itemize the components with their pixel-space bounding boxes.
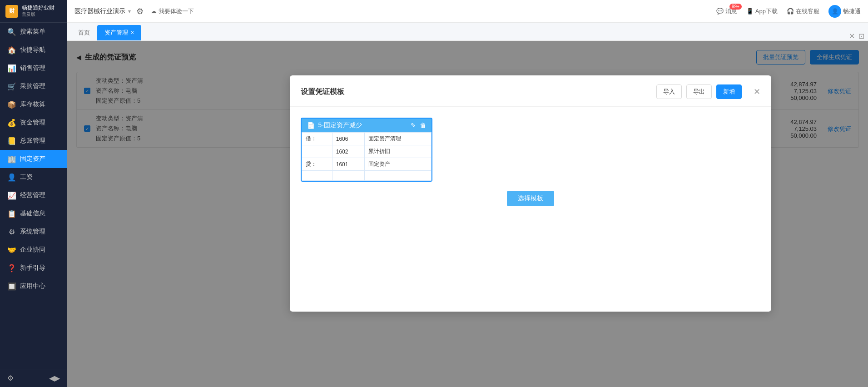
topbar-right: 💬 消息 99+ 📱 App下载 🎧 在线客服 👤 畅捷通 bbox=[716, 5, 861, 18]
template-doc-icon: 📄 bbox=[307, 122, 315, 129]
sidebar-item-quick-nav[interactable]: 🏠快捷导航 bbox=[0, 41, 67, 59]
sidebar: 财 畅捷通好业财 普及版 🔍搜索菜单🏠快捷导航📊销售管理🛒采购管理📦库存核算💰资… bbox=[0, 0, 67, 387]
sidebar-item-finance[interactable]: 💰资金管理 bbox=[0, 114, 67, 132]
sidebar-icon-app-center: 🔲 bbox=[7, 282, 16, 291]
sidebar-icon-basic-info: 📋 bbox=[7, 209, 16, 218]
select-template-btn[interactable]: 选择模板 bbox=[507, 191, 554, 206]
sidebar-icon-finance: 💰 bbox=[7, 118, 16, 127]
sidebar-item-enterprise[interactable]: 🤝企业协同 bbox=[0, 241, 67, 259]
sidebar-icon-general-ledger: 📒 bbox=[7, 136, 16, 145]
sidebar-label-app-center: 应用中心 bbox=[20, 282, 45, 290]
app-logo: 财 畅捷通好业财 普及版 bbox=[0, 0, 67, 23]
sidebar-icon-purchase: 🛒 bbox=[7, 82, 16, 91]
entry-side-1 bbox=[302, 145, 332, 158]
entry-code-0: 1606 bbox=[332, 133, 365, 145]
topbar: 医疗器械行业演示 ▾ ⚙ ☁ 我要体验一下 💬 消息 99+ 📱 App下载 🎧… bbox=[67, 0, 868, 23]
sidebar-label-guide: 新手引导 bbox=[20, 264, 45, 272]
sidebar-item-payroll[interactable]: 👤工资 bbox=[0, 168, 67, 186]
sidebar-icon-fixed-assets: 🏢 bbox=[7, 154, 16, 164]
sidebar-icon-system: ⚙ bbox=[7, 227, 16, 236]
sidebar-item-fixed-assets[interactable]: 🏢固定资产 bbox=[0, 150, 67, 168]
message-icon: 💬 bbox=[716, 8, 724, 15]
tabbar: 首页 资产管理 × ✕ ⊡ bbox=[67, 23, 868, 41]
dialog-set-template: 设置凭证模板 导入 导出 新增 ✕ 📄 5-固定资产减少 bbox=[290, 75, 771, 312]
sidebar-label-purchase: 采购管理 bbox=[20, 82, 45, 90]
sidebar-item-inventory[interactable]: 📦库存核算 bbox=[0, 95, 67, 114]
main-content: ◀ 生成的凭证预览 批量凭证预览 全部生成凭证 变动类型：资产清 资产名称：电脑… bbox=[67, 41, 868, 387]
sidebar-icon-search-menu: 🔍 bbox=[7, 27, 16, 36]
template-name: 5-固定资产减少 bbox=[318, 121, 362, 129]
import-btn[interactable]: 导入 bbox=[656, 84, 682, 99]
template-entries-table: 借：1606固定资产清理1602累计折旧贷：1601固定资产 bbox=[302, 132, 432, 181]
entry-side-2: 贷： bbox=[302, 158, 332, 171]
export-btn[interactable]: 导出 bbox=[686, 84, 712, 99]
entry-code-2: 1601 bbox=[332, 158, 365, 171]
entry-side-0: 借： bbox=[302, 133, 332, 145]
sidebar-label-sales: 销售管理 bbox=[20, 64, 45, 72]
sidebar-item-app-center[interactable]: 🔲应用中心 bbox=[0, 277, 67, 295]
entry-name-0: 固定资产清理 bbox=[365, 133, 431, 145]
collapse-icon[interactable]: ◀▶ bbox=[49, 374, 60, 382]
company-arrow-icon: ▾ bbox=[128, 8, 131, 15]
settings-icon[interactable]: ⚙ bbox=[7, 374, 14, 382]
entry-name-2: 固定资产 bbox=[365, 158, 431, 171]
new-btn[interactable]: 新增 bbox=[716, 84, 742, 99]
sidebar-icon-inventory: 📦 bbox=[7, 100, 16, 109]
sidebar-item-purchase[interactable]: 🛒采购管理 bbox=[0, 77, 67, 95]
sidebar-nav: 🔍搜索菜单🏠快捷导航📊销售管理🛒采购管理📦库存核算💰资金管理📒总账管理🏢固定资产… bbox=[0, 23, 67, 369]
sidebar-icon-quick-nav: 🏠 bbox=[7, 45, 16, 55]
tab-home[interactable]: 首页 bbox=[71, 25, 97, 40]
sidebar-icon-sales: 📊 bbox=[7, 64, 16, 73]
entry-code-1: 1602 bbox=[332, 145, 365, 158]
sidebar-footer: ⚙ ◀▶ bbox=[0, 369, 67, 387]
close-window-icon[interactable]: ✕ bbox=[849, 32, 855, 40]
template-edit-icon[interactable]: ✎ bbox=[411, 122, 416, 129]
sidebar-label-operations: 经营管理 bbox=[20, 191, 45, 199]
cloud-icon: ☁ bbox=[151, 8, 157, 15]
sidebar-label-inventory: 库存核算 bbox=[20, 100, 45, 109]
app-download-btn[interactable]: 📱 App下载 bbox=[746, 7, 778, 15]
sidebar-label-fixed-assets: 固定资产 bbox=[20, 155, 45, 163]
experience-btn[interactable]: ☁ 我要体验一下 bbox=[151, 7, 194, 15]
dialog-body: 📄 5-固定资产减少 ✎ 🗑 借：1606固定资产清理1602累计折旧贷：160… bbox=[290, 107, 771, 217]
sidebar-icon-enterprise: 🤝 bbox=[7, 245, 16, 254]
sidebar-icon-payroll: 👤 bbox=[7, 173, 16, 182]
messages-btn[interactable]: 💬 消息 99+ bbox=[716, 7, 737, 15]
sidebar-label-system: 系统管理 bbox=[20, 228, 45, 236]
window-controls: ✕ ⊡ bbox=[849, 32, 864, 40]
template-card-header: 📄 5-固定资产减少 ✎ 🗑 bbox=[302, 119, 432, 132]
sidebar-item-basic-info[interactable]: 📋基础信息 bbox=[0, 204, 67, 223]
sidebar-label-enterprise: 企业协同 bbox=[20, 246, 45, 254]
sidebar-item-guide[interactable]: ❓新手引导 bbox=[0, 259, 67, 277]
sidebar-icon-guide: ❓ bbox=[7, 263, 16, 273]
user-profile[interactable]: 👤 畅捷通 bbox=[828, 5, 861, 18]
sidebar-item-search-menu[interactable]: 🔍搜索菜单 bbox=[0, 23, 67, 41]
sidebar-icon-operations: 📈 bbox=[7, 191, 16, 200]
sidebar-label-finance: 资金管理 bbox=[20, 119, 45, 127]
entry-name-1: 累计折旧 bbox=[365, 145, 431, 158]
template-card-header-left: 📄 5-固定资产减少 bbox=[307, 121, 362, 129]
sidebar-item-sales[interactable]: 📊销售管理 bbox=[0, 59, 67, 77]
modal-overlay: 设置凭证模板 导入 导出 新增 ✕ 📄 5-固定资产减少 bbox=[67, 41, 868, 387]
tab-close-icon[interactable]: × bbox=[131, 30, 134, 36]
sidebar-item-general-ledger[interactable]: 📒总账管理 bbox=[0, 132, 67, 150]
expand-window-icon[interactable]: ⊡ bbox=[858, 32, 864, 40]
sidebar-label-search-menu: 搜索菜单 bbox=[20, 28, 45, 36]
dialog-header-actions: 导入 导出 新增 ✕ bbox=[656, 84, 760, 99]
template-delete-icon[interactable]: 🗑 bbox=[420, 122, 426, 129]
logo-icon: 财 bbox=[5, 5, 18, 18]
messages-badge: 99+ bbox=[729, 4, 742, 10]
tab-asset-mgmt[interactable]: 资产管理 × bbox=[97, 25, 141, 40]
sidebar-item-system[interactable]: ⚙系统管理 bbox=[0, 223, 67, 241]
sidebar-label-general-ledger: 总账管理 bbox=[20, 137, 45, 145]
sidebar-item-operations[interactable]: 📈经营管理 bbox=[0, 186, 67, 204]
customer-service-btn[interactable]: 🎧 在线客服 bbox=[787, 7, 819, 15]
dialog-close-icon[interactable]: ✕ bbox=[754, 87, 760, 97]
dialog-title: 设置凭证模板 bbox=[301, 87, 344, 97]
template-entry-0: 借：1606固定资产清理 bbox=[302, 133, 431, 145]
template-card: 📄 5-固定资产减少 ✎ 🗑 借：1606固定资产清理1602累计折旧贷：160… bbox=[301, 118, 432, 182]
topbar-settings-icon[interactable]: ⚙ bbox=[136, 6, 144, 16]
company-selector[interactable]: 医疗器械行业演示 ▾ bbox=[74, 7, 131, 15]
empty-row-1 bbox=[302, 171, 431, 181]
avatar: 👤 bbox=[828, 5, 841, 18]
